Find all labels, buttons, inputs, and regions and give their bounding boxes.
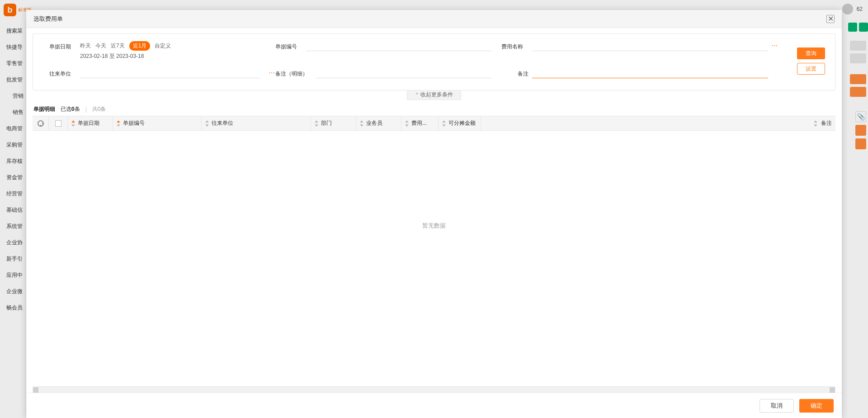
party-input[interactable] [80,68,260,78]
sort-icon [117,120,121,127]
col-doc-date[interactable]: 单据日期 [68,116,113,130]
label-doc-no: 单据编号 [275,41,302,51]
gear-icon [38,120,44,127]
col-staff[interactable]: 业务员 [356,116,401,130]
col-note[interactable]: 备注 [481,116,835,130]
result-table: 单据日期 单据编号 往来单位 部门 业务员 费用... 可分摊金额 备注 暂无数… [33,116,835,386]
party-more-icon[interactable]: ⋯ [269,69,275,76]
collapse-label: 收起更多条件 [420,91,453,99]
checkbox-icon [55,120,61,127]
detail-total: 共0条 [92,105,106,113]
scroll-right-icon[interactable] [830,387,835,393]
col-doc-no[interactable]: 单据编号 [113,116,202,130]
scroll-left-icon[interactable] [33,387,38,393]
label-party: 往来单位 [49,68,76,78]
cancel-button[interactable]: 取消 [760,399,794,413]
col-fee[interactable]: 费用... [401,116,439,130]
query-button[interactable]: 查询 [797,48,825,59]
col-settings-gear[interactable] [33,116,49,130]
close-icon[interactable]: ✕ [826,15,835,23]
sort-icon [360,120,364,127]
col-select-all[interactable] [49,116,68,130]
detail-header: 单据明细 已选0条 | 共0条 [33,105,835,113]
date-quick-custom[interactable]: 自定义 [155,42,171,50]
label-note-detail: 备注（明细） [275,68,312,78]
fee-name-more-icon[interactable]: ⋯ [771,42,778,49]
sort-icon [315,120,319,127]
horizontal-scrollbar[interactable] [33,386,835,393]
date-quick-picker: 昨天 今天 近7天 近1月 自定义 [80,41,171,51]
note-detail-input[interactable] [316,68,491,78]
modal-title: 选取费用单 [33,15,63,23]
note-input[interactable] [532,68,768,78]
label-fee-name: 费用名称 [501,41,528,51]
settings-button[interactable]: 设置 [797,63,825,75]
modal-footer: 取消 确定 [26,393,842,418]
collapse-filters-button[interactable]: ⌃ 收起更多条件 [407,90,461,100]
col-dept[interactable]: 部门 [311,116,356,130]
date-range-display: 2023-02-18 至 2023-03-18 [80,52,171,60]
table-header: 单据日期 单据编号 往来单位 部门 业务员 费用... 可分摊金额 备注 [33,116,835,131]
date-quick-today[interactable]: 今天 [95,42,106,50]
modal-header: 选取费用单 ✕ [26,10,842,28]
sort-icon [814,120,818,127]
chevron-up-icon: ⌃ [415,92,419,97]
detail-selected: 已选0条 [61,105,80,113]
select-expense-bill-modal: 选取费用单 ✕ 单据日期 昨天 今天 近7天 近1月 自定义 [26,10,842,418]
modal-body: 单据日期 昨天 今天 近7天 近1月 自定义 2023-02-18 至 2023… [26,28,842,393]
detail-title: 单据明细 [33,105,55,113]
label-doc-date: 单据日期 [49,41,76,51]
filter-panel: 单据日期 昨天 今天 近7天 近1月 自定义 2023-02-18 至 2023… [33,33,835,90]
fee-name-input[interactable] [532,41,768,51]
sort-icon [205,120,210,127]
col-party[interactable]: 往来单位 [202,116,311,130]
filter-side-buttons: 查询 设置 [797,48,825,75]
date-quick-last7[interactable]: 近7天 [111,42,125,50]
doc-no-input[interactable] [306,41,491,51]
sort-icon [442,120,447,127]
sort-icon [405,120,410,127]
col-amount[interactable]: 可分摊金额 [439,116,481,130]
date-quick-yesterday[interactable]: 昨天 [80,42,91,50]
date-quick-last1m[interactable]: 近1月 [129,41,151,51]
empty-state: 暂无数据 [33,131,835,321]
sort-icon [71,120,76,127]
confirm-button[interactable]: 确定 [799,399,834,413]
label-note: 备注 [501,68,528,78]
